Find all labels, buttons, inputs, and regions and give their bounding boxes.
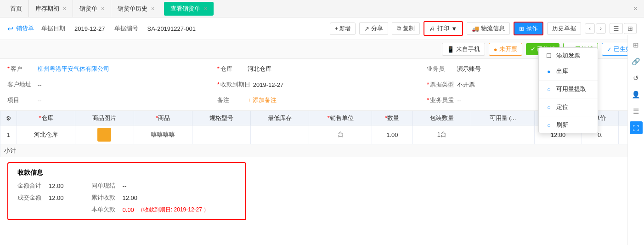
tab-view-sales[interactable]: 查看销货单 ×: [164, 2, 214, 16]
col-image: 商品图片: [75, 111, 134, 125]
copy-button[interactable]: ⧉ 复制: [392, 22, 420, 35]
nav-arrows: ‹ ›: [585, 23, 606, 34]
transaction-row: 成交金额 12.00: [17, 194, 64, 202]
num-label: 单据编号: [114, 24, 138, 33]
operations-button[interactable]: ⊞ 操作: [514, 22, 543, 35]
project-value: --: [38, 97, 42, 104]
date-value: 2019-12-27: [74, 25, 105, 32]
dropdown-refresh[interactable]: ○ 刷新: [539, 117, 598, 133]
share-button[interactable]: ↗ 分享: [359, 22, 388, 35]
address-label: 客户地址: [7, 80, 35, 89]
share-icon: ↗: [364, 25, 369, 32]
verify-icon: ✓: [531, 46, 536, 52]
tab-view-sales-close[interactable]: ×: [204, 6, 207, 12]
address-value: --: [38, 81, 42, 88]
amount-total-label: 金额合计: [17, 182, 45, 190]
row-min-stock: [251, 125, 309, 144]
dropdown-add-invoice[interactable]: ☐ 添加发票: [539, 48, 598, 63]
ticket-type-label: 票据类型: [427, 80, 454, 89]
print-button[interactable]: 🖨 打印 ▼: [425, 23, 462, 34]
outstanding-value: 0.00: [123, 206, 134, 213]
row-product: 嘻嘻嘻嘻: [134, 125, 192, 144]
project-field: 项目 --: [7, 95, 217, 106]
ticket-type-field: 票据类型 不开票: [427, 79, 637, 90]
sidebar-icon-user[interactable]: 👤: [630, 88, 643, 101]
from-phone-button[interactable]: 📱 来自手机: [442, 43, 485, 56]
dropdown-available-qty[interactable]: ○ 可用量提取: [539, 81, 598, 97]
payment-col-right: 同单现结 -- 累计收款 12.00 本单欠款 0.00 （收款到期日: 201…: [91, 182, 209, 214]
sidebar-icon-grid[interactable]: ⊞: [630, 39, 643, 51]
phone-icon: 📱: [447, 46, 454, 53]
row-qty: 1.00: [372, 125, 413, 144]
employee-field: 业务员 演示账号: [427, 63, 637, 74]
not-open-icon: ●: [494, 46, 497, 53]
tab-inventory-close[interactable]: ×: [63, 6, 66, 12]
col-qty: *数量: [372, 111, 413, 125]
address-field: 客户地址 --: [7, 79, 217, 90]
divider-2: [539, 98, 598, 98]
tab-sales[interactable]: 销货单 ×: [73, 0, 111, 17]
row-unit: 台: [309, 125, 372, 144]
history-button[interactable]: 历史单据: [547, 22, 581, 35]
sidebar-icon-link[interactable]: 🔗: [630, 55, 643, 68]
col-gear: ⚙: [0, 111, 17, 125]
available-qty-icon: ○: [545, 85, 553, 93]
print-dropdown-icon: ▼: [451, 25, 457, 32]
sidebar-icon-list[interactable]: ☰: [630, 105, 643, 118]
col-spec: 规格型号: [192, 111, 250, 125]
new-button[interactable]: + 新增: [330, 23, 356, 35]
employee-label: 业务员: [427, 65, 454, 73]
tab-sales-close[interactable]: ×: [101, 6, 104, 12]
window-close[interactable]: ×: [633, 5, 638, 13]
ticket-type-value: 不开票: [457, 80, 475, 89]
warehouse-label: 仓库: [217, 65, 245, 73]
dropdown-outbound[interactable]: ● 出库: [539, 63, 598, 79]
grid-view-btn[interactable]: ⊞: [624, 23, 637, 34]
payment-date-label: 收款到期日: [217, 80, 250, 89]
copy-icon: ⧉: [397, 25, 401, 32]
prev-arrow[interactable]: ‹: [585, 23, 595, 34]
print-icon: 🖨: [429, 25, 435, 32]
transaction-value: 12.00: [49, 194, 64, 201]
list-view-btn[interactable]: ☰: [610, 23, 623, 34]
sidebar-icon-fullscreen[interactable]: ⛶: [630, 121, 643, 134]
main-content: ↩ 销货单 单据日期 2019-12-27 单据编号 SA-20191227-0…: [0, 17, 644, 245]
doc-type-label: 销货单: [16, 24, 34, 33]
col-warehouse: *仓库: [17, 111, 75, 125]
not-open-button[interactable]: ● 未开票: [489, 43, 522, 56]
print-highlight: 🖨 打印 ▼: [424, 21, 463, 36]
remark-label: 备注: [217, 96, 245, 104]
num-value: SA-20191227-001: [147, 25, 196, 32]
add-invoice-label: 添加发票: [556, 51, 580, 60]
divider-3: [539, 116, 598, 116]
sidebar-icon-refresh[interactable]: ↺: [630, 72, 643, 85]
subtotal-row: 小计: [0, 144, 644, 157]
warehouse-value: 河北仓库: [248, 65, 271, 73]
customer-label: 客户: [7, 65, 35, 73]
refresh-icon: ○: [545, 121, 553, 129]
same-order-row: 同单现结 --: [91, 182, 209, 190]
tab-home[interactable]: 首页: [4, 0, 29, 17]
tab-sales-history[interactable]: 销货单历史 ×: [111, 0, 161, 17]
date-label: 单据日期: [41, 24, 65, 33]
payment-section: 收款信息 金额合计 12.00 成交金额 12.00 同单现结 --: [0, 157, 644, 226]
row-no: 1: [0, 125, 17, 144]
salesperson-field: 业务员孟 --: [427, 95, 637, 106]
amount-total-value: 12.00: [49, 182, 64, 189]
col-unit: *销售单位: [309, 111, 372, 125]
employee-value: 演示账号: [457, 65, 481, 73]
outstanding-row: 本单欠款 0.00 （收款到期日: 2019-12-27 ）: [91, 205, 209, 214]
doc-actions: + 新增 ↗ 分享 ⧉ 复制 🖨 打印 ▼ 🚚 物流信息 ⊞: [330, 21, 637, 36]
remark-add[interactable]: + 添加备注: [248, 96, 277, 104]
logistics-button[interactable]: 🚚 物流信息: [467, 22, 510, 35]
dropdown-locate[interactable]: ○ 定位: [539, 99, 598, 115]
operations-icon: ⊞: [519, 25, 524, 32]
same-order-value: --: [123, 182, 127, 189]
tab-sales-history-close[interactable]: ×: [151, 6, 154, 12]
customer-value[interactable]: 柳州粤港平安气体有限公司: [38, 65, 109, 73]
salesperson-label: 业务员孟: [427, 96, 454, 104]
next-arrow[interactable]: ›: [596, 23, 606, 34]
cumulative-value: 12.00: [123, 194, 138, 201]
col-pkg-qty: 包装数量: [412, 111, 471, 125]
tab-inventory[interactable]: 库存期初 ×: [29, 0, 73, 17]
